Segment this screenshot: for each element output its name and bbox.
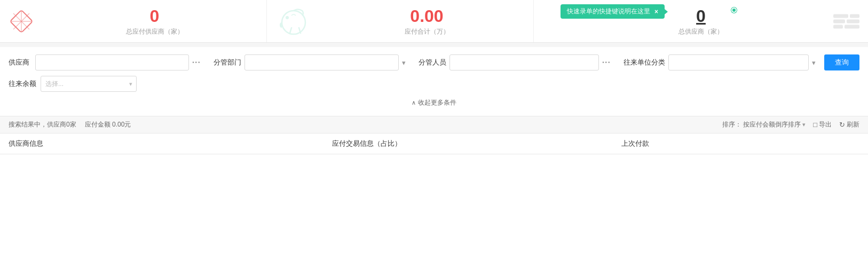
filter-section: 供应商 ··· 分管部门 ▾ 分管人员 ··· 往来单位分类 ▾ 查询 [0, 47, 868, 116]
filter-person-group: 分管人员 ··· [419, 54, 611, 70]
table-header: 供应商信息 应付交易信息（占比） 上次付款 [0, 133, 868, 154]
supplier-input[interactable] [35, 54, 189, 70]
logo-area [0, 0, 43, 43]
sort-area: 排序： 按应付会额倒序排序 按应付会额倒序排序 ▾ [722, 120, 806, 129]
export-action[interactable]: □ 导出 [813, 120, 832, 129]
filter-unit-class-group: 往来单位分类 ▾ [624, 54, 816, 70]
payable-suppliers-label: 总应付供应商（家） [126, 27, 184, 36]
total-suppliers-number: 0 [696, 6, 706, 26]
person-input[interactable] [449, 54, 599, 70]
col-trade-info: 应付交易信息（占比） [332, 139, 621, 148]
export-label: 导出 [819, 120, 832, 129]
stat-payable-total: 0.00 应付合计（万） [267, 0, 534, 42]
tooltip-close[interactable]: × [654, 8, 658, 15]
export-icon: □ [813, 121, 817, 129]
supplier-dots[interactable]: ··· [192, 58, 201, 67]
refresh-label: 刷新 [847, 120, 859, 129]
balance-select[interactable]: 选择... [41, 76, 137, 92]
table-body [0, 154, 868, 275]
person-dots[interactable]: ··· [602, 58, 611, 67]
col-last-payment: 上次付款 [621, 139, 859, 148]
unit-class-label: 往来单位分类 [624, 58, 665, 67]
payable-total-label: 应付合计（万） [405, 27, 449, 36]
sort-label: 排序： [722, 120, 741, 129]
filter-supplier-group: 供应商 ··· [9, 54, 201, 70]
piggy-icon [277, 4, 311, 38]
query-button[interactable]: 查询 [824, 54, 859, 70]
filter-row-2: 往来余额 选择... ▾ [9, 76, 859, 92]
results-bar: 搜索结果中，供应商0家 应付金额 0.00元 排序： 按应付会额倒序排序 按应付… [0, 116, 868, 133]
results-actions: 排序： 按应付会额倒序排序 按应付会额倒序排序 ▾ □ 导出 ↻ 刷新 [722, 120, 859, 129]
results-info-area: 搜索结果中，供应商0家 应付金额 0.00元 [9, 120, 131, 129]
tooltip-text: 快速录单的快捷键说明在这里 [567, 7, 650, 16]
stats-section: 0 总应付供应商（家） 0.00 应付合计（万） [0, 0, 868, 43]
payable-total-number: 0.00 [410, 6, 443, 26]
sort-chevron[interactable]: ▾ [802, 121, 806, 128]
results-amount: 应付金额 0.00元 [85, 120, 131, 129]
payable-suppliers-number: 0 [150, 6, 160, 26]
supplier-label: 供应商 [9, 58, 32, 67]
filter-row-1: 供应商 ··· 分管部门 ▾ 分管人员 ··· 往来单位分类 ▾ 查询 [9, 54, 859, 70]
unit-class-chevron[interactable]: ▾ [812, 59, 816, 67]
sort-option-text: 按应付会额倒序排序 [743, 120, 801, 129]
results-count: 搜索结果中，供应商0家 [9, 120, 76, 129]
tooltip-bubble[interactable]: 快速录单的快捷键说明在这里 × [561, 4, 665, 19]
refresh-action[interactable]: ↻ 刷新 [839, 120, 859, 129]
department-chevron[interactable]: ▾ [402, 59, 406, 67]
department-label: 分管部门 [214, 58, 241, 67]
stat-payable-suppliers: 0 总应付供应商（家） [43, 6, 266, 36]
piggy-icon-area [267, 0, 320, 43]
balance-label: 往来余额 [9, 79, 36, 89]
collapse-button[interactable]: ∧ 收起更多条件 [403, 96, 465, 109]
collapse-text: 收起更多条件 [418, 98, 456, 107]
unit-class-input[interactable] [668, 54, 809, 70]
svg-point-6 [286, 16, 289, 19]
refresh-icon: ↻ [839, 121, 845, 129]
right-panel-icons [833, 14, 859, 28]
stat-total-suppliers: 快速录单的快捷键说明在这里 × 0 总供应商（家） [534, 0, 868, 42]
collapse-icon: ∧ [412, 99, 416, 106]
diamond-icon [8, 8, 35, 35]
department-input[interactable] [244, 54, 399, 70]
tooltip-dot [731, 7, 737, 13]
collapse-row: ∧ 收起更多条件 [9, 96, 859, 113]
total-suppliers-label: 总供应商（家） [678, 27, 723, 36]
person-label: 分管人员 [419, 58, 446, 67]
col-supplier-info: 供应商信息 [9, 139, 332, 148]
filter-department-group: 分管部门 ▾ [214, 54, 406, 70]
